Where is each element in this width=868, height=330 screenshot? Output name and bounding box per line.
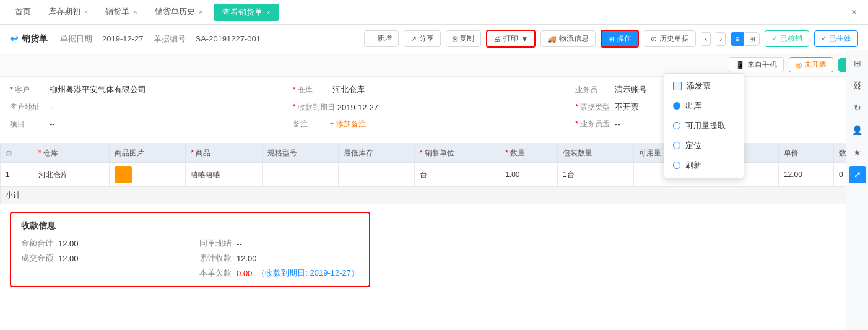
view-list-btn[interactable]: ≡ xyxy=(731,32,744,46)
history-icon: ⊙ xyxy=(651,35,657,43)
not-open-btn[interactable]: ◎ 未开票 xyxy=(789,57,833,72)
payment-date-label: 收款到期日 xyxy=(293,102,335,113)
sold-button[interactable]: ✓ 已核销 xyxy=(765,30,809,47)
locate-icon xyxy=(673,142,680,149)
phone-icon: 📱 xyxy=(736,61,745,69)
cell-warehouse: 河北仓库 xyxy=(33,163,110,187)
col-min-stock: 最低库存 xyxy=(338,144,414,163)
tab-sales[interactable]: 销货单 × xyxy=(97,0,145,25)
doc-meta: 单据日期 2019-12-27 单据编号 SA-20191227-001 xyxy=(60,33,261,45)
close-all-tabs[interactable]: × xyxy=(846,7,862,18)
note-field: 备注 + 添加备注 xyxy=(293,119,576,129)
project-value: -- xyxy=(50,119,55,129)
cell-price: 12.00 xyxy=(778,163,833,187)
menu-locate[interactable]: 定位 xyxy=(664,136,744,155)
project-label: 项目 xyxy=(10,119,47,129)
history-button[interactable]: ⊙ 历史单据 xyxy=(644,30,696,47)
close-tab-view-sales[interactable]: × xyxy=(266,9,270,16)
cumulative-label: 累计收款 xyxy=(199,253,232,264)
warehouse-field: 仓库 河北仓库 xyxy=(293,84,576,95)
tab-sales-history[interactable]: 销货单历史 × xyxy=(146,0,211,25)
close-tab-inventory[interactable]: × xyxy=(84,8,88,15)
tab-bar: 首页 库存期初 × 销货单 × 销货单历史 × 查看销货单 × × xyxy=(0,0,868,25)
total-amount-label: 金额合计 xyxy=(21,238,53,249)
address-value: -- xyxy=(50,103,55,112)
operation-dropdown: 添发票 出库 可用量提取 定位 刷新 xyxy=(664,73,744,178)
share-button[interactable]: ↗ 分享 xyxy=(404,30,441,47)
logistics-button[interactable]: 🚚 物流信息 xyxy=(540,30,596,47)
staff-label: 业务员 xyxy=(575,85,612,95)
col-unit: 销售单位 xyxy=(414,144,500,163)
date-value: 2019-12-27 xyxy=(102,34,144,43)
qty-extract-label: 可用量提取 xyxy=(685,120,726,131)
ticket-type-value: 不开票 xyxy=(615,102,639,113)
from-phone-btn[interactable]: 📱 来自手机 xyxy=(729,57,784,72)
payment-date-field: 收款到期日 2019-12-27 xyxy=(293,102,576,113)
cumulative-value: 12.00 xyxy=(237,254,257,263)
view-grid-btn[interactable]: ⊞ xyxy=(745,32,760,46)
sidebar-user-icon[interactable]: 👤 xyxy=(849,121,866,139)
same-order-value: -- xyxy=(237,239,242,248)
print-button[interactable]: 🖨 打印 ▼ xyxy=(486,30,536,48)
effective-button[interactable]: ✓ 已生效 xyxy=(814,30,858,47)
right-sidebar: ⊞ ⛓ ↻ 👤 ★ ⤢ xyxy=(846,50,868,330)
tab-view-sales[interactable]: 查看销货单 × xyxy=(214,4,279,21)
sidebar-rotate-icon[interactable]: ↻ xyxy=(849,99,866,116)
deal-amount-value: 12.00 xyxy=(58,254,79,263)
doc-icon: ↩ xyxy=(10,33,18,45)
doc-header: ↩ 销货单 单据日期 2019-12-27 单据编号 SA-20191227-0… xyxy=(0,25,868,53)
refresh-icon xyxy=(673,162,680,169)
total-amount-value: 12.00 xyxy=(58,239,79,248)
warehouse-value: 河北仓库 xyxy=(332,84,365,95)
close-tab-sales-history[interactable]: × xyxy=(199,8,202,15)
outbound-icon xyxy=(673,102,680,110)
date-label: 单据日期 xyxy=(60,33,92,45)
menu-refresh[interactable]: 刷新 xyxy=(664,155,744,175)
sidebar-link-icon[interactable]: ⛓ xyxy=(849,77,866,94)
menu-add-invoice[interactable]: 添发票 xyxy=(664,76,744,96)
no-value: SA-20191227-001 xyxy=(196,34,261,43)
nav-prev[interactable]: ‹ xyxy=(701,32,711,46)
copy-button[interactable]: ⎘ 复制 xyxy=(446,30,481,47)
no-label: 单据编号 xyxy=(154,33,186,45)
operation-button[interactable]: ⊞ 操作 xyxy=(601,30,639,48)
staff2-label: 业务员孟 xyxy=(575,119,612,129)
warehouse-label: 仓库 xyxy=(293,85,330,95)
truck-icon: 🚚 xyxy=(547,35,557,43)
copy-icon: ⎘ xyxy=(453,35,457,43)
cell-index: 1 xyxy=(1,163,33,187)
outbound-label: 出库 xyxy=(685,100,701,111)
sidebar-star-icon[interactable]: ★ xyxy=(849,144,866,161)
new-button[interactable]: + 新增 xyxy=(364,30,399,47)
col-settings[interactable]: ⚙ xyxy=(1,144,33,163)
col-warehouse: 仓库 xyxy=(33,144,110,163)
cell-image xyxy=(110,163,186,187)
product-image xyxy=(115,166,132,183)
same-order-row: 同单现结 -- xyxy=(199,238,359,249)
tab-home[interactable]: 首页 xyxy=(6,0,40,25)
cell-product: 嘻嘻嘻嘻 xyxy=(186,163,262,187)
add-invoice-icon xyxy=(673,82,682,90)
sidebar-layout-icon[interactable]: ⊞ xyxy=(849,54,866,72)
nav-next[interactable]: › xyxy=(716,32,726,46)
subtotal-label: 小计 xyxy=(1,187,868,204)
main-content: ↩ 销货单 单据日期 2019-12-27 单据编号 SA-20191227-0… xyxy=(0,25,868,330)
sidebar-expand-icon[interactable]: ⤢ xyxy=(849,166,866,183)
gear-icon[interactable]: ⚙ xyxy=(6,149,12,158)
cell-unit: 台 xyxy=(414,163,500,187)
close-tab-sales[interactable]: × xyxy=(133,8,137,15)
payment-title: 收款信息 xyxy=(21,220,359,232)
col-price: 单价 xyxy=(778,144,833,163)
deal-amount-label: 成交金额 xyxy=(21,253,53,264)
locate-label: 定位 xyxy=(685,140,701,151)
refresh-label: 刷新 xyxy=(685,160,701,171)
add-note-btn[interactable]: + 添加备注 xyxy=(330,119,366,129)
menu-qty-extract[interactable]: 可用量提取 xyxy=(664,116,744,136)
menu-outbound[interactable]: 出库 xyxy=(664,96,744,116)
tab-inventory[interactable]: 库存期初 × xyxy=(40,0,97,25)
cumulative-row: 累计收款 12.00 xyxy=(199,253,359,264)
project-field: 项目 -- xyxy=(10,119,293,129)
col-product: 商品 xyxy=(186,144,262,163)
balance-row: 本单欠款 0.00 （收款到期日: 2019-12-27） xyxy=(199,267,359,279)
col-image: 商品图片 xyxy=(110,144,186,163)
